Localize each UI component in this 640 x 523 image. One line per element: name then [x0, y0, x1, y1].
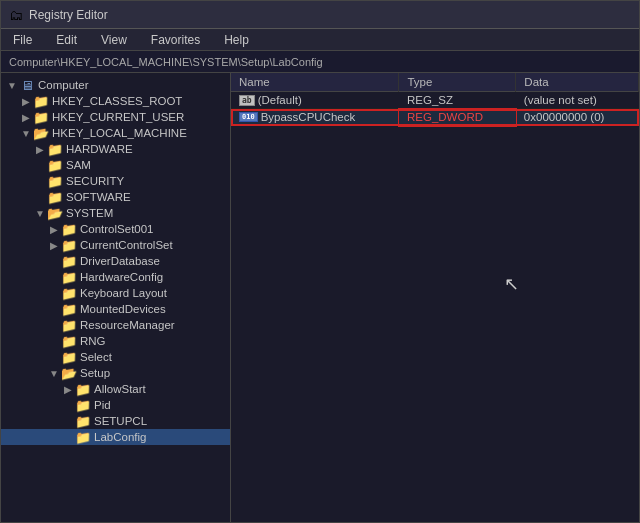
- app-icon: 🗂: [9, 7, 23, 23]
- expander-setupcl: [61, 416, 75, 427]
- registry-tree[interactable]: ▼ 🖥 Computer ▶ 📁 HKEY_CLASSES_ROOT ▶ 📁 H…: [1, 73, 231, 522]
- folder-icon-resourcemanager: 📁: [61, 318, 77, 332]
- folder-icon-driverdatabase: 📁: [61, 254, 77, 268]
- tree-item-sam[interactable]: 📁 SAM: [1, 157, 230, 173]
- mouse-cursor: ↖: [504, 273, 519, 295]
- tree-label-current-user: HKEY_CURRENT_USER: [52, 111, 184, 123]
- tree-label-setup: Setup: [80, 367, 110, 379]
- tree-item-software[interactable]: 📁 SOFTWARE: [1, 189, 230, 205]
- expander-setup: ▼: [47, 368, 61, 379]
- tree-item-select[interactable]: 📁 Select: [1, 349, 230, 365]
- main-content: ▼ 🖥 Computer ▶ 📁 HKEY_CLASSES_ROOT ▶ 📁 H…: [1, 73, 639, 522]
- table-header-row: Name Type Data: [231, 73, 639, 92]
- tree-item-setup[interactable]: ▼ 📂 Setup: [1, 365, 230, 381]
- folder-icon-classes-root: 📁: [33, 94, 49, 108]
- expander-computer: ▼: [5, 80, 19, 91]
- tree-label-select: Select: [80, 351, 112, 363]
- tree-label-sam: SAM: [66, 159, 91, 171]
- expander-classes-root: ▶: [19, 96, 33, 107]
- folder-icon-setupcl: 📁: [75, 414, 91, 428]
- tree-item-computer[interactable]: ▼ 🖥 Computer: [1, 77, 230, 93]
- col-name: Name: [231, 73, 399, 92]
- tree-label-system: SYSTEM: [66, 207, 113, 219]
- tree-label-setupcl: SETUPCL: [94, 415, 147, 427]
- folder-icon-select: 📁: [61, 350, 77, 364]
- folder-icon-allowstart: 📁: [75, 382, 91, 396]
- expander-pid: [61, 400, 75, 411]
- tree-label-rng: RNG: [80, 335, 106, 347]
- address-path: Computer\HKEY_LOCAL_MACHINE\SYSTEM\Setup…: [9, 56, 323, 68]
- row-default-name: ab (Default): [231, 92, 399, 109]
- folder-icon-hardwareconfig: 📁: [61, 270, 77, 284]
- dword-icon: 010: [239, 112, 258, 122]
- window-title: Registry Editor: [29, 8, 108, 22]
- tree-item-hardwareconfig[interactable]: 📁 HardwareConfig: [1, 269, 230, 285]
- registry-values-panel: Name Type Data ab (Default): [231, 73, 639, 522]
- folder-icon-system: 📂: [47, 206, 63, 220]
- table-row-editing[interactable]: 010 BypassCPUCheck REG_DWORD 0x00000000 …: [231, 109, 639, 126]
- tree-item-current-user[interactable]: ▶ 📁 HKEY_CURRENT_USER: [1, 109, 230, 125]
- table-row[interactable]: ab (Default) REG_SZ (value not set): [231, 92, 639, 109]
- tree-item-hardware[interactable]: ▶ 📁 HARDWARE: [1, 141, 230, 157]
- col-data: Data: [516, 73, 639, 92]
- col-type: Type: [399, 73, 516, 92]
- folder-icon-setup: 📂: [61, 366, 77, 380]
- tree-item-setupcl[interactable]: 📁 SETUPCL: [1, 413, 230, 429]
- tree-label-security: SECURITY: [66, 175, 124, 187]
- tree-label-hardware: HARDWARE: [66, 143, 133, 155]
- folder-icon-sam: 📁: [47, 158, 63, 172]
- registry-table: Name Type Data ab (Default): [231, 73, 639, 126]
- row-default-data: (value not set): [516, 92, 639, 109]
- expander-hardwareconfig: [47, 272, 61, 283]
- expander-controlset001: ▶: [47, 224, 61, 235]
- tree-item-keyboard-layout[interactable]: 📁 Keyboard Layout: [1, 285, 230, 301]
- row-bypass-name: 010 BypassCPUCheck: [231, 109, 399, 126]
- tree-label-controlset001: ControlSet001: [80, 223, 154, 235]
- expander-hardware: ▶: [33, 144, 47, 155]
- expander-local-machine: ▼: [19, 128, 33, 139]
- folder-icon-local-machine: 📂: [33, 126, 49, 140]
- expander-select: [47, 352, 61, 363]
- menu-bar: File Edit View Favorites Help: [1, 29, 639, 51]
- expander-software: [33, 192, 47, 203]
- expander-system: ▼: [33, 208, 47, 219]
- folder-icon-controlset001: 📁: [61, 222, 77, 236]
- tree-item-currentcontrolset[interactable]: ▶ 📁 CurrentControlSet: [1, 237, 230, 253]
- tree-item-security[interactable]: 📁 SECURITY: [1, 173, 230, 189]
- tree-item-allowstart[interactable]: ▶ 📁 AllowStart: [1, 381, 230, 397]
- menu-help[interactable]: Help: [220, 32, 253, 48]
- tree-item-rng[interactable]: 📁 RNG: [1, 333, 230, 349]
- folder-icon-pid: 📁: [75, 398, 91, 412]
- expander-rng: [47, 336, 61, 347]
- row-bypass-type: REG_DWORD: [399, 109, 516, 126]
- tree-item-pid[interactable]: 📁 Pid: [1, 397, 230, 413]
- folder-icon-current-user: 📁: [33, 110, 49, 124]
- tree-item-labconfig[interactable]: 📁 LabConfig: [1, 429, 230, 445]
- tree-item-driverdatabase[interactable]: 📁 DriverDatabase: [1, 253, 230, 269]
- folder-icon-security: 📁: [47, 174, 63, 188]
- expander-currentcontrolset: ▶: [47, 240, 61, 251]
- folder-icon-software: 📁: [47, 190, 63, 204]
- menu-view[interactable]: View: [97, 32, 131, 48]
- menu-file[interactable]: File: [9, 32, 36, 48]
- tree-label-labconfig: LabConfig: [94, 431, 146, 443]
- folder-icon-hardware: 📁: [47, 142, 63, 156]
- tree-item-system[interactable]: ▼ 📂 SYSTEM: [1, 205, 230, 221]
- tree-label-pid: Pid: [94, 399, 111, 411]
- tree-item-mounteddevices[interactable]: 📁 MountedDevices: [1, 301, 230, 317]
- computer-icon: 🖥: [19, 78, 35, 92]
- tree-item-controlset001[interactable]: ▶ 📁 ControlSet001: [1, 221, 230, 237]
- tree-label-computer: Computer: [38, 79, 89, 91]
- tree-label-resourcemanager: ResourceManager: [80, 319, 175, 331]
- tree-label-local-machine: HKEY_LOCAL_MACHINE: [52, 127, 187, 139]
- tree-label-currentcontrolset: CurrentControlSet: [80, 239, 173, 251]
- expander-keyboard-layout: [47, 288, 61, 299]
- menu-edit[interactable]: Edit: [52, 32, 81, 48]
- tree-item-local-machine[interactable]: ▼ 📂 HKEY_LOCAL_MACHINE: [1, 125, 230, 141]
- tree-label-software: SOFTWARE: [66, 191, 131, 203]
- menu-favorites[interactable]: Favorites: [147, 32, 204, 48]
- tree-item-classes-root[interactable]: ▶ 📁 HKEY_CLASSES_ROOT: [1, 93, 230, 109]
- folder-icon-keyboard-layout: 📁: [61, 286, 77, 300]
- title-bar: 🗂 Registry Editor: [1, 1, 639, 29]
- tree-item-resourcemanager[interactable]: 📁 ResourceManager: [1, 317, 230, 333]
